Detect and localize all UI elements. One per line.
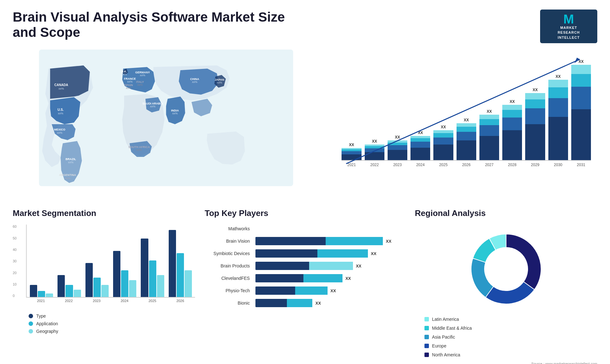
bar-stack — [571, 65, 591, 160]
bar-x-label: 2026 — [457, 163, 476, 167]
bar-top-label: XX — [464, 118, 469, 122]
bar-top-label: XX — [349, 143, 354, 147]
svg-text:xx%: xx% — [136, 148, 142, 152]
bar-segment — [525, 124, 545, 160]
player-name: Mathworks — [205, 226, 252, 231]
player-bar — [255, 237, 383, 245]
bar-segment — [433, 145, 453, 160]
svg-text:xx%: xx% — [58, 87, 64, 90]
seg-x-label: 2025 — [141, 299, 164, 303]
bottom-section: Market Segmentation 0 10 20 30 40 50 60 … — [13, 208, 597, 364]
svg-text:xx%: xx% — [172, 112, 178, 115]
svg-text:CANADA: CANADA — [54, 83, 68, 87]
player-bar-label: XX — [345, 276, 351, 281]
seg-bar — [93, 278, 101, 297]
bar-segment — [525, 93, 545, 99]
seg-group — [58, 275, 81, 297]
bar-segment — [502, 118, 522, 131]
seg-x-label: 2023 — [85, 299, 108, 303]
legend-type: Type — [29, 313, 195, 319]
players-title: Top Key Players — [205, 208, 405, 218]
bar-segment — [433, 138, 453, 145]
regional-legend: Latin AmericaMiddle East & AfricaAsia Pa… — [415, 317, 597, 359]
bar-segment — [502, 110, 522, 117]
bar-segment — [548, 117, 568, 160]
seg-group — [30, 285, 53, 297]
regional-legend-item: Latin America — [424, 317, 459, 322]
bar-x-label: 2022 — [365, 163, 384, 167]
bar-stack — [342, 148, 361, 160]
bar-x-label: 2023 — [388, 163, 407, 167]
player-name: Bionic — [205, 300, 252, 306]
bar-segment — [410, 138, 430, 142]
player-bar-label: XX — [315, 301, 321, 306]
bar-group: XX — [502, 99, 522, 160]
bar-x-label: 2029 — [525, 163, 545, 167]
regional-legend-label: North America — [432, 352, 460, 357]
header: Brain Visual Analysis Software Market Si… — [13, 10, 597, 43]
bar-group: XX — [342, 143, 361, 160]
svg-text:xx%: xx% — [192, 80, 197, 84]
bar-segment — [502, 130, 522, 160]
bar-segment — [571, 109, 591, 160]
svg-text:xx%: xx% — [68, 161, 73, 164]
legend-label-application: Application — [36, 321, 58, 326]
bar-stack — [525, 93, 545, 160]
bar-x-label: 2027 — [479, 163, 499, 167]
bar-top-label: XX — [441, 125, 446, 129]
seg-y-50: 50 — [13, 236, 17, 240]
player-name: Physio-Tech — [205, 288, 252, 293]
player-bar — [255, 249, 368, 258]
segmentation: Market Segmentation 0 10 20 30 40 50 60 … — [13, 208, 195, 364]
regional-legend-item: Europe — [424, 343, 446, 348]
svg-text:BRAZIL: BRAZIL — [65, 158, 76, 161]
player-row: BionicXX — [205, 299, 405, 307]
bar-segment — [571, 74, 591, 87]
svg-text:xx%: xx% — [137, 83, 143, 86]
regional-legend-label: Europe — [432, 343, 446, 348]
bar-group: XX — [433, 125, 453, 160]
seg-y-0: 0 — [13, 294, 17, 298]
bar-segment — [548, 98, 568, 117]
bar-segment — [433, 130, 453, 133]
seg-y-60: 60 — [13, 225, 17, 228]
seg-bar — [177, 253, 184, 297]
bar-top-label: XX — [510, 99, 515, 104]
bar-chart: XXXXXXXXXXXXXXXXXXXXXX 20212022202320242… — [329, 50, 597, 196]
seg-bar — [58, 275, 65, 297]
seg-bar — [149, 260, 156, 297]
seg-bar — [65, 285, 73, 297]
player-name: Symbiotic Devices — [205, 251, 252, 256]
player-bar-wrap: XX — [255, 299, 405, 307]
player-bar-label: XX — [330, 288, 336, 293]
svg-text:xx%: xx% — [57, 131, 62, 134]
svg-text:xx%: xx% — [126, 86, 131, 90]
bar-group: XX — [388, 135, 407, 160]
bar-stack — [502, 105, 522, 160]
player-bar-wrap: XX — [255, 237, 405, 245]
seg-bar — [113, 251, 120, 297]
bar-segment — [388, 150, 407, 160]
svg-text:xx%: xx% — [121, 73, 127, 76]
svg-text:xx%: xx% — [58, 112, 63, 115]
svg-text:xx%: xx% — [140, 74, 145, 77]
bar-stack — [548, 80, 568, 160]
regional-legend-dot — [424, 335, 429, 339]
bar-top-label: XX — [487, 109, 492, 114]
seg-x-label: 2026 — [169, 299, 192, 303]
bar-segment — [365, 152, 384, 160]
bar-segment — [571, 87, 591, 109]
player-bar — [255, 286, 327, 295]
bar-top-label: XX — [395, 135, 400, 139]
bar-x-label: 2025 — [433, 163, 453, 167]
top-section: CANADA xx% U.S. xx% MEXICO xx% BRAZIL xx… — [13, 50, 597, 196]
world-map: CANADA xx% U.S. xx% MEXICO xx% BRAZIL xx… — [13, 50, 319, 196]
regional-legend-item: Asia Pacific — [424, 334, 455, 340]
bar-x-label: 2021 — [342, 163, 361, 167]
bar-stack — [410, 136, 430, 160]
bar-segment — [479, 119, 499, 125]
seg-bar — [101, 285, 109, 297]
legend-geography: Geography — [29, 329, 195, 334]
seg-bar — [38, 291, 45, 297]
regional-legend-dot — [424, 344, 429, 348]
